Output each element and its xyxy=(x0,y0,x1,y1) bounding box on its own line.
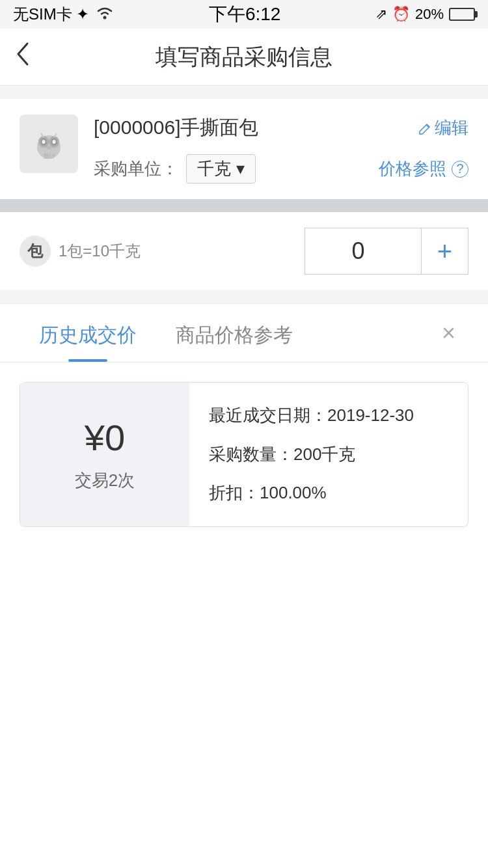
quantity-row: 包 1包=10千克 + xyxy=(0,212,488,290)
nav-bar: 填写商品采购信息 xyxy=(0,29,488,86)
quantity-label: 采购数量： xyxy=(209,444,293,464)
discount-value: 100.00% xyxy=(260,483,327,502)
status-time: 下午6:12 xyxy=(209,2,281,27)
product-info: [0000006]手撕面包 编辑 采购单位： 千克 ▾ 价格参照 ? xyxy=(94,115,468,183)
history-price-card: ¥0 交易2次 最近成交日期：2019-12-30 采购数量：200千克 折扣：… xyxy=(20,382,468,527)
question-icon: ? xyxy=(452,161,468,178)
trade-count: 交易2次 xyxy=(75,469,135,492)
quantity-plus-button[interactable]: + xyxy=(422,228,468,275)
tab-product-price-ref[interactable]: 商品价格参考 xyxy=(156,304,312,362)
bottom-background xyxy=(0,547,488,868)
tabs-header: 历史成交价 商品价格参考 × xyxy=(0,304,488,362)
edit-label: 编辑 xyxy=(435,116,468,139)
recent-date-value: 2019-12-30 xyxy=(327,405,414,425)
quantity-row-detail: 采购数量：200千克 xyxy=(209,441,448,468)
recent-date-row: 最近成交日期：2019-12-30 xyxy=(209,402,448,429)
currency-symbol: ¥ xyxy=(85,417,105,458)
svg-point-8 xyxy=(46,146,51,150)
back-button[interactable] xyxy=(16,41,31,73)
unit-select-dropdown[interactable]: 千克 ▾ xyxy=(186,154,256,183)
discount-row: 折扣：100.00% xyxy=(209,480,448,507)
quantity-value: 200千克 xyxy=(293,444,355,464)
chevron-down-icon: ▾ xyxy=(236,159,245,179)
svg-point-7 xyxy=(53,140,56,144)
battery-icon xyxy=(449,8,475,21)
edit-button[interactable]: 编辑 xyxy=(418,116,468,139)
alarm-icon: ⏰ xyxy=(392,6,410,23)
status-bar: 无SIM卡 ✦ 下午6:12 ⇗ ⏰ 20% xyxy=(0,0,488,29)
status-right: ⇗ ⏰ 20% xyxy=(375,6,475,23)
wifi-icon xyxy=(96,5,114,23)
price-details: 最近成交日期：2019-12-30 采购数量：200千克 折扣：100.00% xyxy=(189,383,468,526)
carrier-text: 无SIM卡 ✦ xyxy=(13,4,89,25)
tabs-section: 历史成交价 商品价格参考 × ¥0 交易2次 最近成交日期：2019-12-30… xyxy=(0,303,488,868)
battery-percent: 20% xyxy=(415,6,444,23)
svg-point-6 xyxy=(42,140,46,144)
tab-history-price[interactable]: 历史成交价 xyxy=(20,304,156,362)
recent-date-label: 最近成交日期： xyxy=(209,405,327,425)
product-card: 数计 [0000006]手撕面包 编辑 采购单位： 千克 ▾ xyxy=(0,99,488,199)
quantity-control: + xyxy=(305,228,468,275)
tabs-close-button[interactable]: × xyxy=(429,306,468,360)
product-unit-row: 采购单位： 千克 ▾ 价格参照 ? xyxy=(94,154,468,183)
location-icon: ⇗ xyxy=(375,6,387,23)
unit-value: 千克 xyxy=(197,157,231,180)
price-summary: ¥0 交易2次 xyxy=(20,383,189,526)
section-divider xyxy=(0,199,488,212)
price-amount: ¥0 xyxy=(85,416,125,459)
unit-conversion: 1包=10千克 xyxy=(59,241,141,262)
price-reference-button[interactable]: 价格参照 ? xyxy=(379,157,468,180)
status-left: 无SIM卡 ✦ xyxy=(13,4,114,25)
svg-text:数计: 数计 xyxy=(44,153,55,159)
product-name: [0000006]手撕面包 xyxy=(94,115,258,141)
price-value: 0 xyxy=(105,417,125,458)
product-thumbnail: 数计 xyxy=(20,115,78,173)
discount-label: 折扣： xyxy=(209,483,260,502)
product-title-row: [0000006]手撕面包 编辑 xyxy=(94,115,468,141)
quantity-input[interactable] xyxy=(305,228,422,275)
unit-info: 包 1包=10千克 xyxy=(20,236,141,267)
page-title: 填写商品采购信息 xyxy=(156,42,332,72)
price-ref-label: 价格参照 xyxy=(379,157,446,180)
unit-label: 采购单位： xyxy=(94,157,178,180)
unit-badge: 包 xyxy=(20,236,51,267)
svg-point-0 xyxy=(103,16,107,20)
